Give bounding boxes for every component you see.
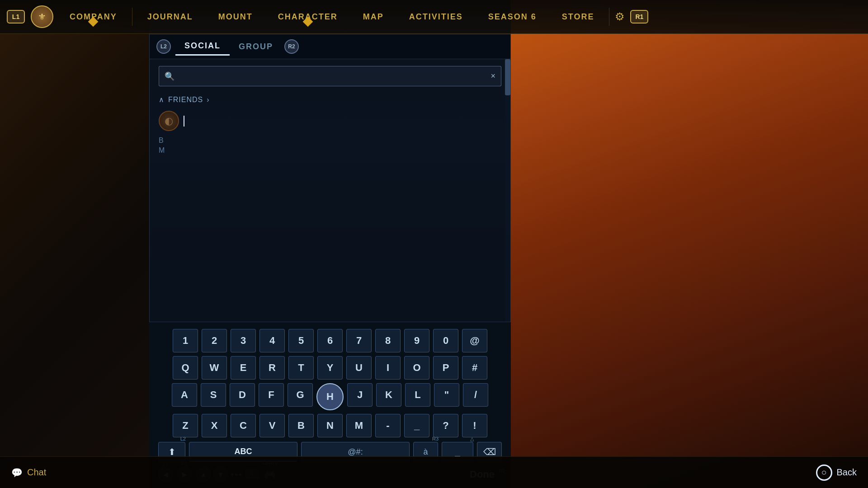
- key-5[interactable]: 5: [288, 329, 314, 352]
- key-row-numbers: 1234567890@: [158, 329, 502, 352]
- accent-r3-label: R3: [432, 436, 439, 441]
- key-s[interactable]: S: [201, 383, 226, 407]
- friends-label: FRIENDS: [168, 96, 203, 104]
- key-j[interactable]: J: [347, 383, 373, 407]
- key-9[interactable]: 9: [404, 329, 429, 352]
- friends-collapse-icon[interactable]: ∧: [159, 95, 165, 104]
- key-6[interactable]: 6: [317, 329, 343, 352]
- key-8[interactable]: 8: [375, 329, 401, 352]
- tab-btn-r2[interactable]: R2: [284, 39, 299, 54]
- key-1[interactable]: 1: [173, 329, 198, 352]
- back-status[interactable]: ○ Back: [816, 465, 857, 481]
- key-3[interactable]: 3: [231, 329, 256, 352]
- shift-l2-label: L2: [180, 436, 186, 441]
- key-v[interactable]: V: [259, 414, 285, 437]
- key-n[interactable]: N: [317, 414, 343, 437]
- nav-btn-r1[interactable]: R1: [630, 10, 648, 23]
- key-row-a: ASDFGHJKL"/: [158, 383, 502, 410]
- settings-icon[interactable]: ⚙: [612, 9, 628, 25]
- tab-bar: L2 SOCIAL GROUP R2: [150, 34, 510, 59]
- nav-item-character[interactable]: CHARACTER: [265, 12, 350, 22]
- key-y[interactable]: Y: [317, 356, 343, 380]
- key-4[interactable]: 4: [259, 329, 285, 352]
- key-x[interactable]: X: [202, 414, 227, 437]
- key-2[interactable]: 2: [202, 329, 227, 352]
- nav-sep-1: [132, 8, 132, 26]
- nav-avatar: ⚜: [31, 5, 53, 28]
- back-circle-icon: ○: [821, 467, 826, 478]
- key-0[interactable]: 0: [433, 329, 458, 352]
- nav-item-journal[interactable]: JOURNAL: [135, 12, 206, 22]
- search-bar[interactable]: 🔍 ×: [159, 66, 501, 86]
- accent-symbol: à: [423, 447, 428, 457]
- scrollbar-thumb: [505, 59, 510, 95]
- key-h[interactable]: H: [316, 383, 344, 410]
- key-m[interactable]: M: [346, 414, 372, 437]
- search-icon: 🔍: [165, 71, 175, 81]
- key-row-z: ZXCVBNM-_?!: [158, 414, 502, 437]
- shift-icon: ⬆: [168, 446, 176, 457]
- key-7[interactable]: 7: [346, 329, 372, 352]
- nav-item-map[interactable]: MAP: [350, 12, 396, 22]
- key-z[interactable]: Z: [173, 414, 198, 437]
- key-o[interactable]: O: [404, 356, 429, 380]
- tab-btn-l2[interactable]: L2: [156, 39, 171, 54]
- nav-item-mount[interactable]: MOUNT: [206, 12, 265, 22]
- nav-sep-2: [609, 8, 609, 26]
- key-g[interactable]: G: [288, 383, 313, 407]
- keyboard-rows: 1234567890@ QWERTYUIOP# ASDFGHJKL"/ ZXCV…: [158, 329, 502, 437]
- tab-group[interactable]: GROUP: [230, 38, 282, 55]
- nav-item-activities[interactable]: ACTIVITIES: [396, 12, 476, 22]
- key-u[interactable]: U: [346, 356, 372, 380]
- key-d[interactable]: D: [230, 383, 255, 407]
- key-p[interactable]: P: [433, 356, 458, 380]
- key-"[interactable]: ": [434, 383, 459, 407]
- nav-item-season6[interactable]: SEASON 6: [476, 12, 549, 22]
- key-row-q: QWERTYUIOP#: [158, 356, 502, 380]
- user-entry: ◐: [150, 106, 510, 136]
- search-input[interactable]: [179, 71, 491, 81]
- key-a[interactable]: A: [172, 383, 197, 407]
- key-_[interactable]: _: [404, 414, 429, 437]
- key-![interactable]: !: [462, 414, 487, 437]
- bg-right: [511, 0, 868, 488]
- nav-btn-l1[interactable]: L1: [7, 10, 25, 23]
- friends-expand-icon[interactable]: ›: [207, 96, 209, 104]
- bg-left: [0, 0, 149, 488]
- nav-item-store[interactable]: STORE: [549, 12, 607, 22]
- key--[interactable]: -: [375, 414, 401, 437]
- letter-m: M: [150, 145, 510, 155]
- back-circle-button[interactable]: ○: [816, 465, 832, 481]
- letter-b: B: [150, 136, 510, 145]
- back-label: Back: [837, 467, 857, 478]
- key-t[interactable]: T: [288, 356, 314, 380]
- chat-status[interactable]: 💬 Chat: [11, 467, 46, 478]
- text-cursor: [184, 116, 184, 127]
- top-nav: L1 ⚜ COMPANY JOURNAL MOUNT CHARACTER MAP…: [0, 0, 868, 34]
- key-e[interactable]: E: [231, 356, 256, 380]
- key-r[interactable]: R: [259, 356, 285, 380]
- key-@[interactable]: @: [462, 329, 487, 352]
- space-triangle-label: △: [470, 436, 474, 442]
- space-icon: ⎯: [455, 447, 460, 457]
- chat-icon: 💬: [11, 467, 23, 478]
- nav-item-company[interactable]: COMPANY: [57, 12, 130, 22]
- key-i[interactable]: I: [375, 356, 401, 380]
- chat-label: Chat: [27, 467, 46, 478]
- key-q[interactable]: Q: [173, 356, 198, 380]
- key-c[interactable]: C: [231, 414, 256, 437]
- key-w[interactable]: W: [202, 356, 227, 380]
- status-bar: 💬 Chat ○ Back: [0, 456, 868, 488]
- key-#[interactable]: #: [462, 356, 487, 380]
- key-?[interactable]: ?: [433, 414, 458, 437]
- search-close-icon[interactable]: ×: [491, 71, 495, 81]
- key-l[interactable]: L: [405, 383, 430, 407]
- key-b[interactable]: B: [288, 414, 314, 437]
- key-k[interactable]: K: [376, 383, 401, 407]
- key-f[interactable]: F: [259, 383, 284, 407]
- user-avatar: ◐: [159, 111, 179, 131]
- friends-header: ∧ FRIENDS ›: [150, 93, 510, 106]
- tab-social[interactable]: SOCIAL: [175, 38, 230, 56]
- key-/[interactable]: /: [463, 383, 488, 407]
